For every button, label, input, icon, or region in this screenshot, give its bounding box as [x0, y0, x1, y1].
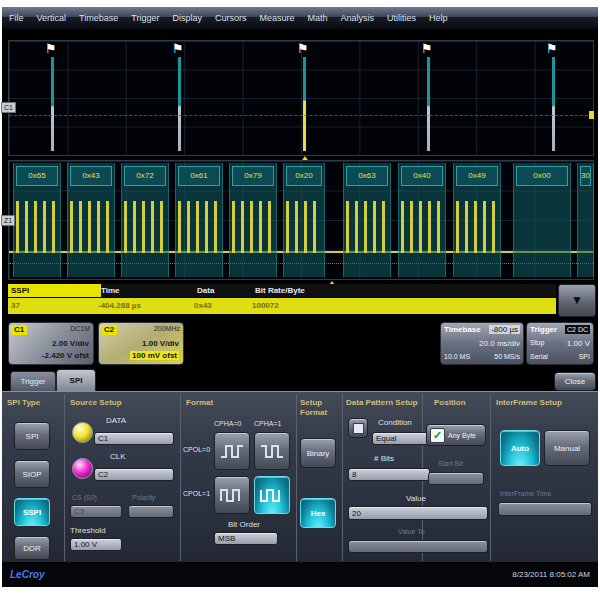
tab-spi[interactable]: SPI — [56, 369, 96, 392]
threshold-label: Threshold — [70, 526, 106, 535]
table-scroll-button[interactable]: ▼ — [558, 284, 596, 317]
trigger-descriptor[interactable]: Trigger C2 DC Stop 1.00 V Serial SPI — [526, 322, 594, 365]
setup-format-title-1: Setup — [300, 398, 322, 407]
row-time-cell: -404.288 µs — [98, 298, 194, 314]
clock-phase-icon — [259, 484, 285, 506]
table-header-protocol: SSPI — [8, 284, 101, 297]
section-divider — [342, 394, 343, 561]
menu-analysis[interactable]: Analysis — [340, 13, 374, 23]
c2-tag: C2 — [101, 325, 117, 335]
menu-file[interactable]: File — [9, 13, 24, 23]
spi-type-siop-button[interactable]: SIOP — [14, 460, 50, 488]
value-to-field[interactable] — [348, 540, 488, 553]
value-label: Value — [406, 494, 426, 503]
decode-byte-region: 0x00 — [513, 163, 571, 277]
menu-help[interactable]: Help — [429, 13, 448, 23]
close-button[interactable]: Close — [554, 372, 596, 391]
bit-order-select[interactable]: MSB — [214, 532, 278, 545]
cpol1-label: CPOL=1 — [183, 490, 210, 497]
decode-table-header: SSPI Time Data Bit Rate/Byte — [8, 284, 556, 297]
channel-c2-descriptor[interactable]: C2 200MHz 1.00 V/div 100 mV ofst — [98, 322, 184, 365]
binary-format-button[interactable]: Binary — [300, 438, 336, 468]
table-row[interactable]: 37 -404.288 µs 0x43 100072 — [8, 298, 556, 314]
menu-trigger[interactable]: Trigger — [131, 13, 159, 23]
any-byte-checkbox[interactable]: ✓ Any Byte — [426, 424, 486, 446]
frame-flag-icon: ⚑ — [45, 43, 57, 55]
interframe-manual-button[interactable]: Manual — [544, 430, 590, 466]
pattern-editor-button[interactable] — [348, 418, 368, 438]
cpha1-header: CPHA=1 — [254, 420, 281, 427]
clk-source-select[interactable]: C2 — [94, 468, 174, 481]
polarity-select[interactable] — [128, 505, 174, 518]
lecroy-logo: LeCroy — [10, 569, 44, 580]
decode-byte-region: 0x61 — [175, 163, 223, 277]
interframe-auto-button[interactable]: Auto — [500, 430, 540, 466]
channel-baseline — [9, 115, 593, 116]
data-source-select[interactable]: C1 — [94, 432, 174, 445]
start-bit-field[interactable] — [428, 472, 484, 485]
data-pulses — [286, 201, 322, 253]
decode-value-box: 0x65 — [16, 166, 58, 186]
frame-flag-icon: ⚑ — [172, 43, 184, 55]
menu-bar: File Vertical Timebase Trigger Display C… — [2, 7, 598, 29]
trigger-mode: Stop — [530, 339, 544, 346]
frame-flag-icon: ⚑ — [297, 43, 309, 55]
cpol0-label: CPOL=0 — [183, 446, 210, 453]
cpol0-cpha1-button[interactable] — [254, 432, 290, 470]
row-index-cell: 37 — [8, 298, 98, 314]
decode-value-box: 0x79 — [232, 166, 274, 186]
tab-trigger[interactable]: Trigger — [10, 371, 56, 392]
trace-label-zoom: Z1 — [1, 215, 15, 226]
row-rate-cell: 100072 — [252, 298, 556, 314]
spi-type-spi-button[interactable]: SPI — [14, 422, 50, 450]
spi-burst-waveform — [552, 57, 555, 151]
table-header-time: Time — [101, 284, 197, 297]
channel-c1-descriptor[interactable]: C1 DC1M 2.00 V/div -2.420 V ofst — [8, 322, 94, 365]
data-pulses — [456, 201, 498, 253]
spi-burst-waveform — [178, 57, 181, 151]
c2-coupling: 200MHz — [154, 325, 180, 332]
trigger-source: C2 DC — [565, 325, 590, 334]
data-pulses — [70, 201, 112, 253]
menu-utilities[interactable]: Utilities — [387, 13, 416, 23]
cpha0-header: CPHA=0 — [214, 420, 241, 427]
pattern-editor-icon — [353, 423, 364, 434]
spi-burst-waveform — [51, 57, 54, 151]
cpol1-cpha1-button[interactable] — [254, 476, 290, 514]
cs-source-select[interactable]: C3 — [70, 505, 122, 518]
cpol0-cpha0-button[interactable] — [214, 432, 250, 470]
hex-format-button[interactable]: Hex — [300, 498, 336, 528]
decode-byte-region: 30 — [577, 163, 594, 277]
spi-type-ddr-button[interactable]: DDR — [14, 536, 50, 560]
menu-timebase[interactable]: Timebase — [79, 13, 118, 23]
spi-type-sspi-button[interactable]: SSPI — [14, 498, 50, 526]
decode-value-box: 0x40 — [401, 166, 443, 186]
interframe-time-field[interactable] — [498, 502, 592, 516]
cpol1-cpha0-button[interactable] — [214, 476, 250, 514]
section-divider — [180, 394, 181, 561]
spi-trigger-dialog: SPI Type SPI SIOP SSPI DDR Source Setup … — [2, 391, 598, 563]
c1-coupling: DC1M — [70, 325, 90, 332]
main-waveform-grid: ⚑ ⚑ ⚑ ⚑ ⚑ — [8, 40, 594, 156]
zoom-decode-grid: 0x65 0x43 0x72 0x61 0x79 0x20 0x63 0x40 … — [8, 160, 594, 280]
bits-field[interactable]: 8 — [348, 468, 430, 481]
condition-select[interactable]: Equal — [372, 432, 432, 445]
decode-byte-region: 0x79 — [229, 163, 277, 277]
value-to-label: Value To — [398, 528, 425, 535]
clk-source-label: CLK — [110, 452, 126, 461]
bit-order-label: Bit Order — [228, 520, 260, 529]
menu-measure[interactable]: Measure — [259, 13, 294, 23]
c1-offset: -2.420 V ofst — [42, 351, 89, 360]
any-byte-label: Any Byte — [448, 432, 476, 439]
data-pulses — [401, 201, 443, 253]
threshold-field[interactable]: 1.00 V — [70, 538, 122, 551]
menu-cursors[interactable]: Cursors — [215, 13, 247, 23]
menu-display[interactable]: Display — [172, 13, 202, 23]
menu-math[interactable]: Math — [307, 13, 327, 23]
value-field[interactable]: 20 — [348, 506, 488, 520]
table-header-bitrate: Bit Rate/Byte — [255, 284, 556, 297]
status-bar: LeCroy 8/23/2011 8:05:02 AM — [2, 562, 598, 587]
menu-vertical[interactable]: Vertical — [37, 13, 67, 23]
timebase-descriptor[interactable]: Timebase -800 µs 20.0 ms/div 10.0 MS 50 … — [440, 322, 524, 365]
interframe-time-label: InterFrame Time — [500, 490, 551, 497]
